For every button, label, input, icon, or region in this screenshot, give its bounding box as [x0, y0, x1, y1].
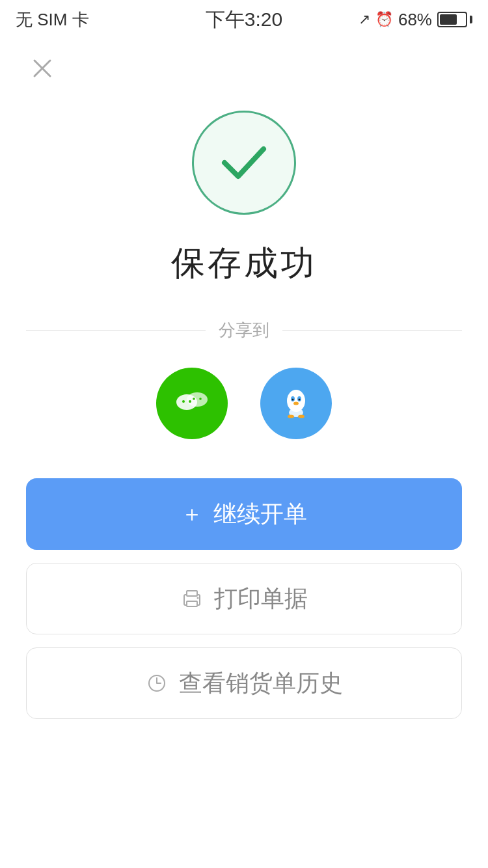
- status-right: ↗ ⏰ 68%: [359, 10, 472, 30]
- close-button[interactable]: [26, 52, 59, 85]
- svg-rect-19: [187, 591, 197, 596]
- svg-point-7: [193, 398, 195, 400]
- alarm-icon: ⏰: [375, 11, 393, 28]
- divider-line-right: [282, 330, 462, 331]
- wechat-share-button[interactable]: [156, 368, 228, 439]
- svg-point-14: [293, 402, 299, 405]
- main-content: 保存成功 分享到: [0, 39, 488, 745]
- svg-point-13: [299, 399, 301, 401]
- success-section: 保存成功: [26, 111, 462, 286]
- action-buttons: ＋ 继续开单 打印单据 查看销货单历史: [26, 478, 462, 719]
- status-time: 下午3:20: [206, 7, 282, 33]
- battery-indicator: [437, 12, 472, 27]
- success-title: 保存成功: [171, 241, 317, 286]
- carrier-label: 无 SIM 卡: [16, 8, 89, 31]
- location-icon: ↗: [359, 11, 370, 28]
- status-bar: 无 SIM 卡 下午3:20 ↗ ⏰ 68%: [0, 0, 488, 39]
- svg-point-11: [292, 399, 294, 401]
- continue-label: 继续开单: [213, 498, 307, 530]
- battery-percent: 68%: [398, 10, 432, 30]
- share-section: 分享到: [26, 319, 462, 439]
- history-icon: [145, 671, 169, 695]
- print-button[interactable]: 打印单据: [26, 563, 462, 634]
- svg-point-5: [182, 400, 185, 403]
- share-divider: 分享到: [26, 319, 462, 342]
- success-circle: [192, 111, 296, 215]
- history-label: 查看销货单历史: [179, 668, 343, 699]
- svg-point-8: [199, 398, 202, 400]
- svg-point-21: [197, 597, 199, 599]
- continue-button[interactable]: ＋ 继续开单: [26, 478, 462, 550]
- share-label: 分享到: [219, 319, 269, 342]
- history-button[interactable]: 查看销货单历史: [26, 647, 462, 719]
- status-left: 无 SIM 卡: [16, 8, 94, 31]
- svg-point-17: [298, 415, 305, 418]
- svg-point-16: [288, 415, 294, 418]
- plus-icon: ＋: [181, 499, 203, 529]
- svg-rect-20: [187, 601, 197, 606]
- svg-point-4: [187, 392, 208, 407]
- print-icon: [180, 587, 204, 610]
- svg-point-6: [189, 400, 191, 403]
- qq-share-button[interactable]: [260, 368, 332, 439]
- print-label: 打印单据: [214, 583, 308, 615]
- divider-line-left: [26, 330, 206, 331]
- share-icons: [156, 368, 332, 439]
